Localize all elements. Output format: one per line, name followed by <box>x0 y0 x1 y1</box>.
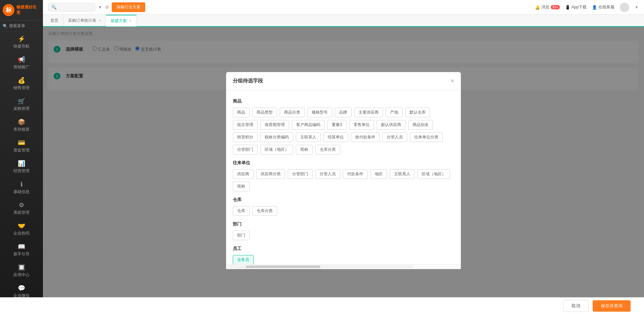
experience-button[interactable]: 体验行业方案 <box>112 2 145 12</box>
tab-purchase-stats[interactable]: 采购订单统计表 × <box>63 15 106 26</box>
field-tag-employee-selected[interactable]: 业务员 <box>233 255 254 264</box>
field-tag[interactable]: 付款条件 <box>343 169 368 179</box>
field-tag[interactable]: 税收分类编码 <box>260 132 293 142</box>
sidebar-search[interactable]: 🔍 搜索菜单 <box>0 20 43 32</box>
field-tag[interactable]: 重量3 <box>327 120 346 130</box>
field-tag[interactable]: 供应商 <box>233 169 254 179</box>
field-tag[interactable]: 默认供应商 <box>377 120 406 130</box>
sidebar-item-label: 销售管理 <box>13 85 30 91</box>
appcenter-icon: 🔲 <box>18 264 25 271</box>
field-tag[interactable]: 分管部门 <box>288 169 313 179</box>
field-tag[interactable]: 商品类型 <box>252 108 277 117</box>
sidebar-item-label: 企业协同 <box>13 231 30 236</box>
partner-fields: 供应商 供应商分类 分管部门 分管人员 付款条件 地区 主联系人 区域（地区） … <box>233 169 454 191</box>
purchase-icon: 🛒 <box>18 98 25 105</box>
field-tag[interactable]: 仓库分类 <box>315 145 340 154</box>
modal-header: 分组待选字段 × <box>226 72 461 90</box>
collab-icon: 🤝 <box>18 222 25 230</box>
field-tag[interactable]: 保质期管理 <box>260 120 289 130</box>
field-tag[interactable]: 简称 <box>296 145 313 154</box>
modal-body: 商品 商品 商品类型 商品分类 规格型号 品牌 主要供应商 产地 默认仓库 批次… <box>226 90 461 264</box>
field-tag[interactable]: 收付款条件 <box>351 132 380 142</box>
field-tag[interactable]: 区域（地区） <box>417 169 450 179</box>
modal-horizontal-scrollbar[interactable] <box>226 264 461 269</box>
field-tag[interactable]: 商品别名 <box>408 120 433 130</box>
field-tag[interactable]: 规格型号 <box>307 108 332 117</box>
system-icon: ⚙ <box>19 201 24 209</box>
sidebar-item-label: 经营管理 <box>13 168 30 174</box>
field-tag[interactable]: 主联系人 <box>296 132 321 142</box>
sidebar-item-system[interactable]: ⚙ 系统管理 <box>0 198 43 219</box>
field-tag[interactable]: 仓库分类 <box>252 206 277 216</box>
finance-icon: 💳 <box>18 139 25 146</box>
field-tag[interactable]: 默认仓库 <box>405 108 430 117</box>
sidebar-item-appcenter[interactable]: 🔲 应用中心 <box>0 260 43 281</box>
employee-fields: 业务员 <box>233 255 454 264</box>
sidebar-item-inventory[interactable]: 📦 库存核算 <box>0 115 43 136</box>
sidebar-item-label: 系统管理 <box>13 210 30 215</box>
wechat-icon: 💬 <box>18 285 25 292</box>
header-search-input[interactable] <box>58 5 92 10</box>
field-tag[interactable]: 品牌 <box>335 108 352 117</box>
save-query-button[interactable]: 保存并查询 <box>593 300 631 312</box>
field-tag[interactable]: 结算单位 <box>323 132 348 142</box>
app-header: 🔍 ▼ ⚙ 体验行业方案 🔔 消息 99+ 📱 App下载 👤 在线客服 ▼ <box>43 0 644 15</box>
tab-purchase-close-icon[interactable]: × <box>99 19 101 22</box>
tab-home[interactable]: 首页 <box>46 15 63 26</box>
field-tag[interactable]: 主联系人 <box>390 169 415 179</box>
sidebar-item-guide[interactable]: 📖 新手引导 <box>0 240 43 260</box>
notification-label: 消息 <box>541 4 549 10</box>
modal-close-button[interactable]: × <box>450 77 454 84</box>
logo-icon: 标 <box>3 4 14 16</box>
notification-item[interactable]: 🔔 消息 99+ <box>535 4 560 10</box>
field-tag[interactable]: 产地 <box>386 108 402 117</box>
field-tag[interactable]: 部门 <box>233 231 250 240</box>
tab-bar: 首页 采购订单统计表 × 新建方案 × <box>43 15 644 27</box>
hscroll-track <box>227 265 413 268</box>
field-tag[interactable]: 批次管理 <box>233 120 258 130</box>
section-title-employee: 员工 <box>233 246 454 252</box>
field-tag[interactable]: 区域（地区） <box>260 145 293 154</box>
field-tag[interactable]: 分管部门 <box>233 145 258 154</box>
field-tag[interactable]: 商品 <box>233 108 250 117</box>
sidebar-item-finance[interactable]: 💳 资金管理 <box>0 136 43 156</box>
field-tag[interactable]: 主要供应商 <box>354 108 383 117</box>
field-tag[interactable]: 往来单位分类 <box>410 132 443 142</box>
tab-new-scheme-close-icon[interactable]: × <box>129 19 131 23</box>
guide-icon: 📖 <box>18 243 25 250</box>
sidebar-item-collab[interactable]: 🤝 企业协同 <box>0 219 43 240</box>
field-tag[interactable]: 地区 <box>370 169 387 179</box>
app-download-item[interactable]: 📱 App下载 <box>565 4 587 10</box>
cancel-button[interactable]: 取消 <box>563 300 589 312</box>
tab-home-label: 首页 <box>50 18 58 23</box>
field-tag[interactable]: 商品分类 <box>280 108 305 117</box>
tab-new-scheme[interactable]: 新建方案 × <box>106 15 137 26</box>
header-search-box[interactable]: 🔍 <box>48 3 95 11</box>
field-tag[interactable]: 拆货积分 <box>233 132 258 142</box>
sidebar-item-base-info[interactable]: ℹ 基础信息 <box>0 177 43 198</box>
sidebar-item-quicknav[interactable]: ⚡ 快捷导航 <box>0 32 43 53</box>
field-tag[interactable]: 仓库 <box>233 206 250 216</box>
page-footer: 取消 保存并查询 <box>0 297 644 314</box>
baseinfo-icon: ℹ <box>20 181 23 188</box>
section-title-warehouse: 仓库 <box>233 197 454 203</box>
field-tag[interactable]: 分管人员 <box>315 169 340 179</box>
online-service-item[interactable]: 👤 在线客服 <box>592 4 614 10</box>
sidebar-item-sales[interactable]: 💰 销售管理 <box>0 73 43 94</box>
sidebar-item-purchase[interactable]: 🛒 采购管理 <box>0 94 43 115</box>
settings-gear-icon[interactable]: ⚙ <box>105 5 109 10</box>
sidebar: 标 畅捷通好生意 🔍 搜索菜单 ⚡ 快捷导航 📢 营销推广 💰 销售管理 🛒 采… <box>0 0 43 314</box>
sidebar-item-marketing[interactable]: 📢 营销推广 <box>0 53 43 73</box>
sidebar-item-label: 新手引导 <box>13 251 30 257</box>
user-arrow-icon[interactable]: ▼ <box>635 5 639 10</box>
field-tag[interactable]: 分管人员 <box>382 132 407 142</box>
field-tag[interactable]: 零售单位 <box>349 120 374 130</box>
sidebar-item-label: 应用中心 <box>13 272 30 278</box>
field-tag[interactable]: 客户商品编码 <box>292 120 325 130</box>
notification-icon: 🔔 <box>535 5 540 10</box>
field-tag[interactable]: 简称 <box>233 182 250 191</box>
field-tag[interactable]: 供应商分类 <box>256 169 285 179</box>
user-avatar[interactable] <box>620 3 629 12</box>
sidebar-item-management[interactable]: 📊 经营管理 <box>0 156 43 177</box>
dropdown-arrow-icon[interactable]: ▼ <box>98 5 102 10</box>
